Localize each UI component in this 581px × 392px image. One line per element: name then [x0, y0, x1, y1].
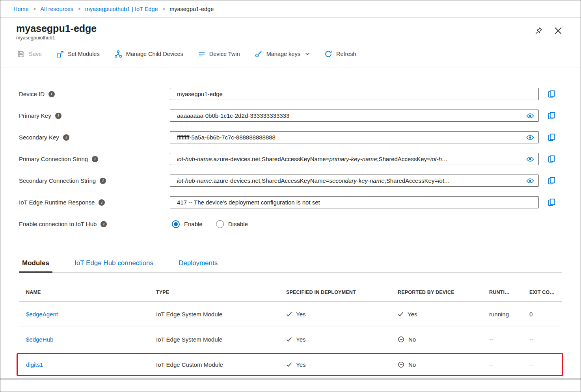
check-icon	[398, 311, 404, 317]
device-id-row: Device ID i	[19, 88, 581, 100]
check-icon	[286, 362, 292, 368]
radio-selected-icon	[172, 220, 180, 228]
table-header-row: NAME TYPE SPECIFIED IN DEPLOYMENT REPORT…	[19, 273, 562, 302]
reported-value: Yes	[408, 311, 417, 318]
eye-icon	[526, 157, 534, 163]
save-button[interactable]: Save	[17, 50, 42, 58]
show-secondary-key-button[interactable]	[526, 134, 534, 140]
copy-secondary-key-button[interactable]	[547, 133, 556, 141]
secondary-connection-string-row: Secondary Connection String i iot-hub-na…	[19, 175, 581, 187]
runtime-response-input[interactable]	[170, 196, 539, 208]
copy-runtime-response-button[interactable]	[547, 198, 556, 206]
copy-secondary-connection-string-button[interactable]	[547, 176, 556, 185]
specified-value: Yes	[296, 336, 305, 343]
info-icon[interactable]: i	[63, 134, 69, 141]
specified-value: Yes	[296, 311, 305, 318]
check-icon	[286, 336, 292, 342]
chevron-down-icon	[305, 52, 310, 56]
enable-connection-label: Enable connection to IoT Hub	[19, 221, 97, 227]
reported-value: No	[408, 336, 416, 343]
child-devices-icon	[114, 50, 122, 58]
breadcrumb-iothub-link[interactable]: myasegpuiothub1 | IoT Edge	[85, 6, 158, 12]
primary-key-row: Primary Key i	[19, 110, 581, 122]
refresh-button[interactable]: Refresh	[324, 50, 356, 58]
bottom-divider	[0, 379, 581, 379]
exit-code-value: --	[529, 336, 533, 343]
module-link-edgehub[interactable]: $edgeHub	[26, 336, 53, 343]
device-twin-label: Device Twin	[209, 51, 240, 57]
primary-connection-string-row: Primary Connection String i iot-hub-name…	[19, 153, 581, 165]
exit-code-value: 0	[529, 311, 533, 318]
runtime-status-value: running	[489, 311, 509, 318]
breadcrumb-current-page: myasegpu1-edge	[169, 6, 214, 12]
enable-connection-radio-group: Enable Disable	[172, 220, 248, 228]
info-icon[interactable]: i	[100, 178, 106, 184]
set-modules-icon	[56, 50, 64, 58]
runtime-status-value: --	[489, 336, 493, 343]
tab-modules[interactable]: Modules	[19, 259, 52, 272]
breadcrumb-all-resources-link[interactable]: All resources	[40, 6, 73, 12]
close-button[interactable]	[554, 26, 562, 35]
primary-key-input[interactable]	[170, 110, 539, 122]
table-row-highlighted: digits1 IoT Edge Custom Module Yes No --…	[19, 352, 562, 377]
device-twin-icon	[198, 50, 205, 58]
column-header-exit-code: EXIT CO…	[522, 290, 562, 295]
copy-icon	[547, 93, 556, 99]
disable-radio-label: Disable	[228, 221, 248, 227]
module-link-edgeagent[interactable]: $edgeAgent	[26, 311, 58, 318]
pin-button[interactable]	[534, 26, 544, 35]
copy-icon	[547, 158, 556, 164]
column-header-name: NAME	[19, 290, 149, 295]
copy-primary-connection-string-button[interactable]	[547, 155, 556, 163]
copy-icon	[547, 115, 556, 121]
device-twin-button[interactable]: Device Twin	[198, 50, 240, 58]
tab-iot-edge-hub-connections[interactable]: IoT Edge Hub connections	[71, 259, 156, 272]
set-modules-label: Set Modules	[68, 51, 100, 57]
manage-child-devices-label: Manage Child Devices	[126, 51, 183, 57]
copy-device-id-button[interactable]	[547, 90, 556, 98]
page-subtitle: myasegpuiothub1	[16, 35, 97, 41]
secondary-connection-string-input[interactable]: iot-hub-name.azure-devices.net;SharedAcc…	[170, 175, 539, 187]
show-secondary-connection-string-button[interactable]	[526, 178, 534, 184]
eye-icon	[526, 179, 534, 185]
module-type: IoT Edge System Module	[156, 336, 222, 343]
exit-code-value: --	[529, 361, 533, 368]
manage-child-devices-button[interactable]: Manage Child Devices	[114, 50, 183, 58]
primary-connection-string-input[interactable]: iot-hub-name.azure-devices.net;SharedAcc…	[170, 153, 539, 165]
info-icon[interactable]: i	[101, 221, 107, 227]
table-row: $edgeAgent IoT Edge System Module Yes Ye…	[19, 302, 562, 327]
disable-radio[interactable]: Disable	[216, 220, 248, 228]
runtime-response-row: IoT Edge Runtime Response i	[19, 196, 581, 208]
breadcrumb-separator-icon: >	[162, 6, 166, 12]
manage-keys-button[interactable]: Manage keys	[255, 50, 310, 58]
specified-value: Yes	[296, 361, 305, 368]
copy-primary-key-button[interactable]	[547, 111, 556, 120]
copy-icon	[547, 137, 556, 143]
refresh-icon	[324, 50, 332, 58]
save-icon	[17, 50, 25, 58]
secondary-key-row: Secondary Key i	[19, 131, 581, 143]
info-icon[interactable]: i	[48, 91, 55, 97]
show-primary-connection-string-button[interactable]	[526, 156, 534, 162]
show-primary-key-button[interactable]	[526, 113, 534, 119]
column-header-specified-in-deployment: SPECIFIED IN DEPLOYMENT	[279, 290, 391, 295]
info-icon[interactable]: i	[55, 113, 61, 119]
runtime-response-label: IoT Edge Runtime Response	[19, 199, 95, 206]
set-modules-button[interactable]: Set Modules	[56, 50, 100, 58]
secondary-key-input[interactable]	[170, 131, 539, 143]
module-link-digits1[interactable]: digits1	[26, 361, 43, 368]
device-details-form: Device ID i Primary Key i	[0, 67, 581, 230]
info-icon[interactable]: i	[99, 199, 105, 206]
device-id-input[interactable]	[170, 88, 539, 100]
breadcrumb-home-link[interactable]: Home	[13, 6, 29, 12]
page-header: myasegpu1-edge myasegpuiothub1	[0, 18, 581, 41]
radio-unselected-icon	[216, 220, 224, 228]
tab-deployments[interactable]: Deployments	[175, 259, 221, 272]
reported-value: No	[408, 361, 416, 368]
enable-radio[interactable]: Enable	[172, 220, 203, 228]
primary-key-label: Primary Key	[19, 112, 51, 119]
copy-icon	[547, 202, 556, 208]
pin-icon	[535, 30, 543, 36]
device-id-label: Device ID	[19, 91, 45, 97]
info-icon[interactable]: i	[92, 156, 98, 162]
